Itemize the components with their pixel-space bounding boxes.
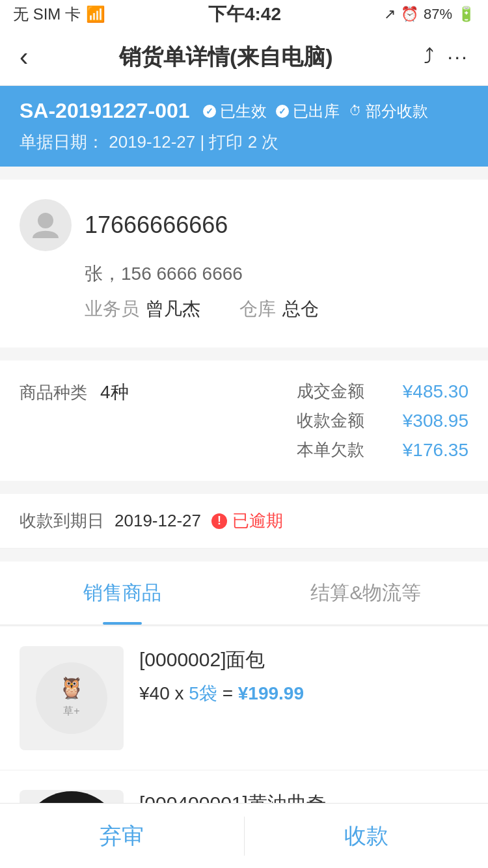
amount-label: 成交金额 [297,380,364,403]
bread-total: ¥199.99 [238,683,304,703]
product-image-bread: 🦉 草+ [20,646,124,750]
sales-label: 业务员 [85,297,139,321]
owed-label: 本单欠款 [297,439,364,461]
status-badge-partial: ⏱ 部分收款 [349,101,428,122]
date-label: 单据日期： [20,132,104,152]
stats-section: 商品种类 4种 成交金额 ¥485.30 收款金额 ¥308.95 本单欠款 ¥… [0,360,488,481]
nav-bar: ‹ 销货单详情(来自电脑) ⤴ ··· [0,29,488,86]
product-price-bread: ¥40 x 5袋 = ¥199.99 [139,681,468,706]
product-item-bread: 🦉 草+ [0000002]面包 ¥40 x 5袋 = ¥199.99 [0,627,488,770]
sales-info: 业务员 曾凡杰 [85,297,200,321]
wifi-icon: 📶 [86,5,105,23]
overdue-badge: ! 已逾期 [211,509,283,532]
received-label: 收款金额 [297,409,364,432]
print-suffix: 次 [262,132,278,152]
status-left: 无 SIM 卡 📶 [13,4,105,25]
customer-phone: 张，156 6666 6666 [85,262,468,286]
bread-eq: = [223,683,238,703]
date-value: 2019-12-27 [109,132,195,152]
print-count: 2 [248,132,257,152]
page-title: 销货单详情(来自电脑) [119,42,333,72]
clock-icon: ⏱ [349,103,362,118]
status-label-2: 已出库 [293,101,340,122]
stats-left: 商品种类 4种 [20,380,244,405]
carrier-text: 无 SIM 卡 [13,4,81,25]
amount-value: ¥485.30 [377,381,468,402]
location-icon: ↗ [384,6,396,23]
battery-icon: 🔋 [457,6,475,23]
overdue-label: 已逾期 [232,509,283,532]
status-bar: 无 SIM 卡 📶 下午4:42 ↗ ⏰ 87% 🔋 [0,0,488,29]
battery-text: 87% [424,6,452,23]
more-button[interactable]: ··· [447,45,468,69]
header-date: 单据日期： 2019-12-27 | 打印 2 次 [20,131,468,154]
confirm-button[interactable]: 收款 [245,808,489,864]
customer-id: 17666666666 [85,211,228,239]
sales-name: 曾凡杰 [146,297,200,321]
warehouse-label: 仓库 [239,297,276,321]
tabs: 销售商品 结算&物流等 [0,562,488,625]
cancel-button[interactable]: 弃审 [0,808,244,864]
warehouse-info: 仓库 总仓 [239,297,319,321]
status-time: 下午4:42 [208,2,281,27]
amount-row: 成交金额 ¥485.30 [297,380,468,403]
customer-info: 张，156 6666 6666 业务员 曾凡杰 仓库 总仓 [20,262,468,321]
product-name-bread: [0000002]面包 [139,646,468,673]
owed-row: 本单欠款 ¥176.35 [297,439,468,461]
svg-text:🦉: 🦉 [59,675,85,700]
warehouse-name: 总仓 [282,297,319,321]
print-separator: | 打印 [200,132,243,152]
overdue-icon: ! [211,513,227,529]
svg-point-0 [38,213,53,228]
stats-right: 成交金额 ¥485.30 收款金额 ¥308.95 本单欠款 ¥176.35 [244,380,468,461]
nav-right: ⤴ ··· [424,45,468,69]
customer-top: 17666666666 [20,199,468,251]
due-label: 收款到期日 [20,509,104,532]
due-section: 收款到期日 2019-12-27 ! 已逾期 [0,494,488,549]
share-button[interactable]: ⤴ [424,45,434,69]
alarm-icon: ⏰ [401,6,418,23]
type-label: 商品种类 [20,381,87,404]
received-value: ¥308.95 [377,411,468,431]
due-date-value: 2019-12-27 [115,511,201,531]
tab-products-label: 销售商品 [83,582,161,603]
tab-settlement[interactable]: 结算&物流等 [244,562,488,625]
product-info-bread: [0000002]面包 ¥40 x 5袋 = ¥199.99 [139,646,468,706]
tab-products[interactable]: 销售商品 [0,562,244,625]
status-badge-effective: ✓ 已生效 [203,101,267,122]
tab-settlement-label: 结算&物流等 [310,582,421,603]
bread-x: x [175,683,189,703]
received-row: 收款金额 ¥308.95 [297,409,468,432]
status-label-3: 部分收款 [366,101,428,122]
bread-qty: 5袋 [189,683,217,703]
nav-left: ‹ [20,42,28,72]
header-top: SA-20191227-001 ✓ 已生效 ✓ 已出库 ⏱ 部分收款 [20,99,468,123]
order-id: SA-20191227-001 [20,99,190,123]
check-icon-2: ✓ [276,105,289,118]
status-badges: ✓ 已生效 ✓ 已出库 ⏱ 部分收款 [203,101,428,122]
owed-value: ¥176.35 [377,440,468,461]
bottom-bar: 弃审 收款 [0,803,488,868]
customer-section: 17666666666 张，156 6666 6666 业务员 曾凡杰 仓库 总… [0,180,488,347]
bread-price: ¥40 [139,683,170,703]
avatar [20,199,72,251]
status-label-1: 已生效 [220,101,267,122]
check-icon-1: ✓ [203,105,216,118]
svg-text:草+: 草+ [63,705,79,716]
customer-meta: 业务员 曾凡杰 仓库 总仓 [85,297,468,321]
back-button[interactable]: ‹ [20,42,28,72]
status-right: ↗ ⏰ 87% 🔋 [384,6,475,23]
header-banner: SA-20191227-001 ✓ 已生效 ✓ 已出库 ⏱ 部分收款 单据日期：… [0,86,488,167]
type-value: 4种 [100,380,129,405]
status-badge-shipped: ✓ 已出库 [276,101,340,122]
